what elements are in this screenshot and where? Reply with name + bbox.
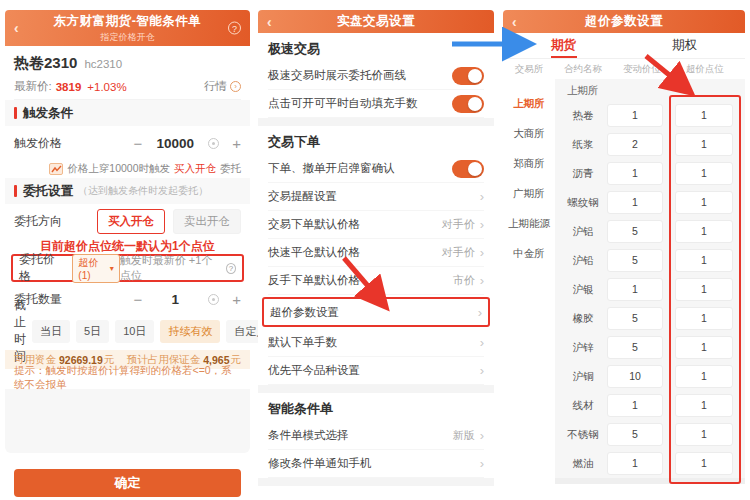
row-quick-close-price[interactable]: 快速平仓默认价格 对手价 › bbox=[268, 239, 484, 267]
tip-text: 提示：触发时按超价计算得到的价格若<=0，系统不会报单 bbox=[14, 369, 241, 387]
table-row: 螺纹钢 1 1 bbox=[559, 188, 741, 217]
overprice-input[interactable]: 1 bbox=[675, 220, 733, 243]
tick-input[interactable]: 5 bbox=[607, 307, 663, 330]
overprice-input[interactable]: 1 bbox=[675, 162, 733, 185]
contract-name: 线材 bbox=[559, 399, 607, 413]
tick-input[interactable]: 10 bbox=[607, 365, 663, 388]
latest-price-value: 3819 bbox=[56, 81, 82, 93]
overprice-input[interactable]: 1 bbox=[675, 104, 733, 127]
caret-down-icon: ▾ bbox=[110, 264, 114, 273]
tab-futures[interactable]: 期货 bbox=[503, 33, 624, 58]
overprice-input[interactable]: 1 bbox=[675, 133, 733, 156]
sidebar-item-ine[interactable]: 上期能源 bbox=[503, 209, 555, 239]
overprice-input[interactable]: 1 bbox=[675, 423, 733, 446]
toggle-row-label: 下单、撤单开启弹窗确认 bbox=[268, 161, 395, 176]
trigger-price-row: 触发价格 − 10000 + bbox=[14, 126, 241, 160]
overprice-input[interactable]: 1 bbox=[675, 452, 733, 475]
minus-button[interactable]: − bbox=[133, 136, 142, 151]
fast-trade-section-title: 极速交易 bbox=[268, 33, 484, 62]
tick-input[interactable]: 5 bbox=[607, 336, 663, 359]
confirm-button[interactable]: 确定 bbox=[14, 469, 241, 497]
contract-name: 纸浆 bbox=[559, 138, 607, 152]
contract-name: 橡胶 bbox=[559, 312, 607, 326]
tick-input[interactable]: 1 bbox=[607, 104, 663, 127]
overprice-input[interactable]: 1 bbox=[675, 278, 733, 301]
overprice-input[interactable]: 1 bbox=[675, 365, 733, 388]
chevron-right-icon: › bbox=[480, 246, 484, 259]
minus-button[interactable]: − bbox=[133, 292, 142, 307]
tab-bar: 期货 期权 bbox=[503, 33, 745, 59]
back-icon[interactable]: ‹ bbox=[512, 15, 517, 29]
table-row: 线材 1 1 bbox=[559, 391, 741, 420]
left-header: ‹ 东方财富期货-智能条件单 指定价格开仓 ? bbox=[5, 10, 250, 46]
tick-input[interactable]: 1 bbox=[607, 452, 663, 475]
overprice-input[interactable]: 1 bbox=[675, 249, 733, 272]
step-unit-icon[interactable] bbox=[208, 138, 219, 149]
quantity-value[interactable]: 1 bbox=[155, 292, 195, 307]
deadline-option-10d[interactable]: 10日 bbox=[115, 320, 154, 343]
contract-name: 螺纹钢 bbox=[559, 196, 607, 210]
row-close-today[interactable]: 优先平今品种设置 › bbox=[268, 357, 484, 385]
tab-options[interactable]: 期权 bbox=[624, 33, 745, 58]
row-mode-select[interactable]: 条件单模式选择 新版 › bbox=[268, 422, 484, 450]
trigger-note: 价格上穿10000时触发 买入开仓 委托 bbox=[14, 160, 241, 178]
plus-button[interactable]: + bbox=[232, 292, 241, 307]
tick-input[interactable]: 1 bbox=[607, 394, 663, 417]
row-label: 快速平仓默认价格 bbox=[268, 245, 360, 260]
deadline-option-today[interactable]: 当日 bbox=[32, 320, 70, 343]
trigger-price-label: 触发价格 bbox=[14, 135, 62, 152]
contract-name: 沪铜 bbox=[559, 370, 607, 384]
table-row: 热卷 1 1 bbox=[559, 101, 741, 130]
sidebar-item-dce[interactable]: 大商所 bbox=[503, 119, 555, 149]
trigger-price-value[interactable]: 10000 bbox=[155, 136, 195, 151]
order-section-title: 交易下单 bbox=[268, 126, 484, 155]
help-icon[interactable]: ? bbox=[228, 22, 241, 35]
deadline-option-persistent[interactable]: 持续有效 bbox=[160, 320, 220, 343]
row-trade-alert[interactable]: 交易提醒设置 › bbox=[268, 183, 484, 211]
sell-open-button[interactable]: 卖出开仓 bbox=[173, 209, 241, 234]
tick-input[interactable]: 5 bbox=[607, 423, 663, 446]
direction-row: 委托方向 买入开仓 卖出开仓 bbox=[14, 204, 241, 238]
overprice-input[interactable]: 1 bbox=[675, 336, 733, 359]
row-default-lots[interactable]: 默认下单手数 › bbox=[268, 329, 484, 357]
contract-name: 沥青 bbox=[559, 167, 607, 181]
sidebar-item-gfex[interactable]: 广期所 bbox=[503, 179, 555, 209]
buy-open-button[interactable]: 买入开仓 bbox=[97, 209, 165, 234]
tick-input[interactable]: 2 bbox=[607, 133, 663, 156]
chevron-right-icon: › bbox=[480, 218, 484, 231]
row-overprice-params-highlighted[interactable]: 超价参数设置 › bbox=[262, 297, 490, 327]
sidebar-item-cffex[interactable]: 中金所 bbox=[503, 239, 555, 269]
overprice-input[interactable]: 1 bbox=[675, 394, 733, 417]
row-default-price[interactable]: 交易下单默认价格 对手价 › bbox=[268, 211, 484, 239]
page-title: 实盘交易设置 bbox=[337, 13, 415, 30]
back-icon[interactable]: ‹ bbox=[14, 21, 19, 35]
right-header: ‹ 超价参数设置 bbox=[503, 10, 745, 33]
plus-button[interactable]: + bbox=[232, 136, 241, 151]
sidebar-item-shfe[interactable]: 上期所 bbox=[503, 89, 555, 119]
overprice-input[interactable]: 1 bbox=[675, 191, 733, 214]
tick-input[interactable]: 1 bbox=[607, 278, 663, 301]
toggle-autofill[interactable] bbox=[452, 95, 484, 113]
price-change: +1.03% bbox=[87, 81, 126, 93]
quote-link[interactable]: 行情 › bbox=[204, 79, 241, 94]
tick-input[interactable]: 5 bbox=[607, 220, 663, 243]
contract-name: 沪铝 bbox=[559, 225, 607, 239]
tick-input[interactable]: 5 bbox=[607, 249, 663, 272]
step-unit-icon[interactable] bbox=[208, 294, 219, 305]
toggle-draw-line[interactable] bbox=[452, 67, 484, 85]
price-mode-value: 超价(1) bbox=[78, 256, 106, 281]
row-notify-phone[interactable]: 修改条件单通知手机 › bbox=[268, 450, 484, 478]
overprice-input[interactable]: 1 bbox=[675, 307, 733, 330]
deadline-option-5d[interactable]: 5日 bbox=[76, 320, 109, 343]
price-mode-pill[interactable]: 超价(1) ▾ bbox=[72, 254, 119, 283]
row-reverse-price[interactable]: 反手下单默认价格 市价 › bbox=[268, 267, 484, 295]
tick-input[interactable]: 1 bbox=[607, 191, 663, 214]
sidebar-item-czce[interactable]: 郑商所 bbox=[503, 149, 555, 179]
order-price-desc: 触发时最新价 +1个点位 bbox=[120, 253, 223, 283]
tick-input[interactable]: 1 bbox=[607, 162, 663, 185]
exchange-group-header: 上期所 bbox=[559, 79, 741, 101]
question-icon[interactable]: ? bbox=[226, 263, 236, 274]
back-icon[interactable]: ‹ bbox=[267, 15, 272, 29]
row-label: 修改条件单通知手机 bbox=[268, 456, 372, 471]
toggle-popup-confirm[interactable] bbox=[452, 160, 484, 178]
